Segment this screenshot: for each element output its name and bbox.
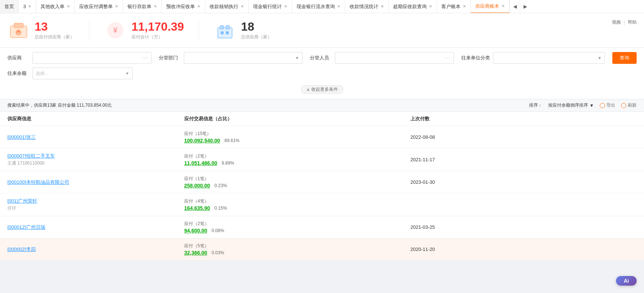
table-row: [001]广州荣轩 仔仔 应付（4笔） 164,635.90 0.15% [0,193,644,216]
supplier-link-3[interactable]: [001]广州荣轩 [7,198,184,204]
nav-ar-ap-adjust[interactable]: 应收应付调整单 ✕ [75,0,123,13]
trans-label-5: 应付（5笔） [184,243,410,249]
person-input[interactable]: ··· [335,52,454,64]
trans-cell-2: 应付（1笔） 258,000.00 0.23% [184,176,410,189]
close-tab3-icon[interactable]: ✕ [28,4,31,9]
svg-rect-7 [226,25,230,29]
last-pay-date-2: 2023-01-30 [410,179,435,185]
nav-home[interactable]: 首页 [0,0,19,13]
export-button[interactable]: 导出 [600,102,615,108]
close-ar-ap-adjust-icon[interactable]: ✕ [115,4,118,9]
supplier-link-0[interactable]: [000001]张三 [7,134,184,141]
trans-cell-5: 应付（5笔） 32,366.00 0.03% [184,243,410,256]
last-pay-date-5: 2020-11-20 [410,247,435,252]
export-label: 导出 [606,102,615,108]
lastpay-cell-0: 2022-08-08 [410,134,637,140]
collapse-button[interactable]: ∧ 收起更多条件 [301,85,343,94]
collapse-bar: ∧ 收起更多条件 [7,83,637,94]
payable-suppliers-num: 13 [35,21,74,32]
trans-amount-0[interactable]: 100,092,540.00 [184,138,220,144]
nav-prev-arrow[interactable]: ◀ [510,0,520,13]
sort-select[interactable]: 按应付余额倒序排序 ▼ [548,102,594,108]
supplier-link-5[interactable]: [000002]李四 [7,246,184,253]
svg-rect-9 [226,31,229,34]
stats-bar: 13 总应付供应商（家） ¥ 11,170.39 应付合计（万） [0,13,644,48]
query-button[interactable]: 查询 [612,52,637,64]
nav-overdue-ar[interactable]: 超期应收款查询 ✕ [389,0,437,13]
dept-select[interactable]: ▼ [184,52,303,64]
results-bar: 搜索结果中，供应商13家 应付金额 111,703,854.00元 排序： 按应… [0,99,644,112]
trans-amount-5[interactable]: 32,366.00 [184,250,207,256]
nav-next-arrow[interactable]: ▶ [520,0,530,13]
supplier-link-1[interactable]: [000007]恒旺二手叉车 [7,153,184,159]
lastpay-cell-1: 2021-11-17 [410,157,637,162]
top-navigation: 首页 3 ✕ 其他收入单 ✕ 应收应付调整单 ✕ 银行存款单 ✕ 预收冲应收单 … [0,0,644,13]
close-cash-flow-icon[interactable]: ✕ [337,4,340,9]
close-customer-ledger-icon[interactable]: ✕ [463,4,466,9]
supplier-sub-1: 王通 17106110000 [7,160,184,166]
category-select[interactable]: ▼ [493,52,605,64]
col-trans-info: 应付交易信息（占比） [184,116,410,122]
trans-amount-2[interactable]: 258,000.00 [184,183,210,189]
nav-supplier-ledger[interactable]: 供应商账本 ✕ [471,0,510,13]
close-other-income-icon[interactable]: ✕ [67,4,70,9]
nav-cash-bank-stat[interactable]: 现金银行统计 ✕ [249,0,292,13]
balance-select[interactable]: 选择... ▼ [32,68,133,79]
results-actions: 排序： 按应付余额倒序排序 ▼ 导出 刷新 [529,102,637,108]
close-pre-receive-icon[interactable]: ✕ [197,4,200,9]
close-overdue-ar-icon[interactable]: ✕ [429,4,432,9]
collapse-label: 收起更多条件 [311,86,338,93]
trans-label-3: 应付（4笔） [184,198,410,204]
nav-bank-deposit[interactable]: 银行存款单 ✕ [123,0,162,13]
nav-receipt-verify[interactable]: 收款核销执行 ✕ [205,0,249,13]
stat-total-suppliers: 18 总供应商（家） [214,19,287,41]
collapse-chevron-icon: ∧ [307,87,310,92]
nav-cash-flow-query[interactable]: 现金银行流水查询 ✕ [292,0,345,13]
sort-value: 按应付余额倒序排序 [548,102,588,108]
svg-rect-8 [221,31,224,34]
close-receipt-stat-icon[interactable]: ✕ [381,4,384,9]
nav-other-income[interactable]: 其他收入单 ✕ [36,0,75,13]
total-suppliers-label: 总供应商（家） [241,34,272,40]
table-row: [000002]李四 应付（5笔） 32,366.00 0.03% 2020-1… [0,238,644,261]
filter-dept: 分管部门 ▼ [159,52,303,64]
trans-amount-3[interactable]: 164,635.90 [184,205,210,211]
filter-category: 往来单位分类 ▼ [461,52,605,64]
supplier-cell-5: [000002]李四 [7,246,184,253]
nav-tab3[interactable]: 3 ✕ [19,0,36,13]
supplier-link-4[interactable]: [000012]广州贝瑞 [7,224,184,231]
table-row: [000001]张三 应付（15笔） 100,092,540.00 89.61%… [0,126,644,148]
trans-amount-4[interactable]: 94,600.00 [184,228,207,234]
sort-label: 排序： [529,102,542,108]
sort-chevron-icon: ▼ [589,103,594,108]
refresh-button[interactable]: 刷新 [621,102,637,108]
close-cash-bank-stat-icon[interactable]: ✕ [284,4,287,9]
close-bank-deposit-icon[interactable]: ✕ [154,4,157,9]
last-pay-date-4: 2021-03-25 [410,224,435,230]
refresh-label: 刷新 [628,102,637,108]
trans-label-2: 应付（1笔） [184,176,410,182]
nav-pre-receive[interactable]: 预收冲应收单 ✕ [162,0,205,13]
close-receipt-verify-icon[interactable]: ✕ [241,4,244,9]
balance-label: 往来余额 [7,70,29,77]
trans-amount-1[interactable]: 11,051,486.00 [184,160,217,166]
video-link[interactable]: 视频 [612,19,621,25]
dept-chevron-icon: ▼ [295,56,299,60]
supplier-cell-1: [000007]恒旺二手叉车 王通 17106110000 [7,153,184,166]
trans-pct-4: 0.08% [211,228,224,233]
supplier-cell-2: [000100]本特勒油品有限公司 [7,179,184,186]
close-supplier-ledger-icon[interactable]: ✕ [501,4,505,8]
svg-text:¥: ¥ [113,26,118,34]
supplier-cell-3: [001]广州荣轩 仔仔 [7,198,184,211]
trans-cell-1: 应付（2笔） 11,051,486.00 9.89% [184,153,410,166]
result-summary: 搜索结果中，供应商13家 应付金额 111,703,854.00元 [7,102,112,108]
nav-customer-ledger[interactable]: 客户账本 ✕ [437,0,471,13]
table-row: [000100]本特勒油品有限公司 应付（1笔） 258,000.00 0.23… [0,171,644,193]
help-link[interactable]: 帮助 [628,19,637,25]
trans-pct-0: 89.61% [224,138,239,143]
payable-amount-num: 11,170.39 [132,21,184,32]
balance-placeholder: 选择... [36,70,48,77]
nav-receipt-stat[interactable]: 收款情况统计 ✕ [345,0,389,13]
supplier-input[interactable]: ··· [32,52,151,64]
supplier-link-2[interactable]: [000100]本特勒油品有限公司 [7,179,184,186]
